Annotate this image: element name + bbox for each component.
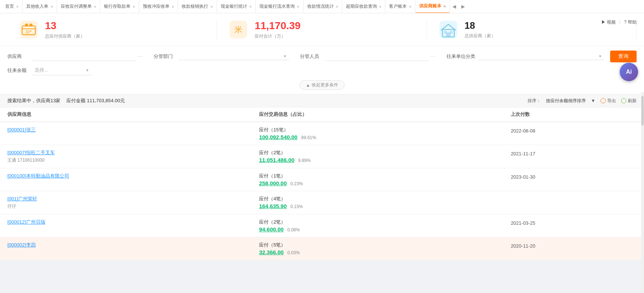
person-filter-label: 分管人员 xyxy=(300,53,322,60)
supplier-link-3[interactable]: [001]广州荣轩 xyxy=(7,196,37,201)
total-payable-label: 应付合计（万） xyxy=(255,33,301,39)
person-filter-more[interactable]: ··· xyxy=(430,53,435,60)
supplier-sub-3: 仔仔 xyxy=(7,203,259,210)
close-tab-ar-ap-adjust[interactable]: × xyxy=(94,4,96,9)
close-tab-supplier-ledger[interactable]: × xyxy=(444,4,446,8)
tx-amount-2[interactable]: 258,000.00 xyxy=(259,180,287,186)
close-tab-bank-deposit[interactable]: × xyxy=(133,4,135,9)
table-row: [000001]张三 应付（15笔） 100,092,540.00 89.61%… xyxy=(0,122,644,145)
close-tab-cash-bank-stat[interactable]: × xyxy=(249,4,252,9)
card-content-total-supplier: 18 总供应商（家） xyxy=(465,20,496,39)
tx-percent-0: 89.61% xyxy=(301,135,316,140)
category-filter-select[interactable]: ▼ xyxy=(478,53,604,60)
person-filter-input[interactable] xyxy=(325,52,429,61)
nav-tab-other-income[interactable]: 其他收入单 × xyxy=(22,0,57,13)
payable-supplier-label: 总应付供应商（家） xyxy=(45,33,85,39)
dept-filter-label: 分管部门 xyxy=(154,53,176,60)
help-link[interactable]: ? 帮助 xyxy=(624,19,637,25)
export-button[interactable]: 导出 xyxy=(601,98,616,104)
tx-amount-0[interactable]: 100,092,540.00 xyxy=(259,134,297,140)
transaction-info-2: 应付（1笔） 258,000.00 0.23% xyxy=(259,173,511,186)
close-tab-customer-ledger[interactable]: × xyxy=(409,4,411,9)
supplier-info-4: [000012]广州贝瑞 xyxy=(7,219,259,225)
nav-tab-ar-ap-adjust[interactable]: 应收应付调整单 × xyxy=(57,0,100,13)
tx-percent-3: 0.15% xyxy=(290,204,303,209)
nav-tab-supplier-ledger[interactable]: 供应商账本 × xyxy=(416,0,450,13)
sort-label: 排序： xyxy=(528,98,541,104)
balance-dropdown-arrow: ▼ xyxy=(85,68,89,72)
nav-tab-payment-stat[interactable]: 收款情况统计 × xyxy=(304,0,342,13)
total-supplier-icon xyxy=(438,19,459,40)
tx-label-2: 应付（1笔） xyxy=(259,173,511,179)
close-tab-overdue-ar[interactable]: × xyxy=(379,4,381,9)
help-icon: ? xyxy=(624,20,627,25)
supplier-sub-1: 王通 17106110000 xyxy=(7,157,259,163)
top-navigation: 首页 × 其他收入单 × 应收应付调整单 × 银行存取款单 × 预收冲应收单 ×… xyxy=(0,0,644,13)
refresh-button[interactable]: 刷新 xyxy=(621,98,637,104)
close-tab-payment-verify[interactable]: × xyxy=(210,4,213,9)
balance-filter-select[interactable]: 选择... ▼ xyxy=(32,65,91,75)
tx-percent-5: 0.03% xyxy=(287,250,300,255)
nav-scroll-left[interactable]: ◀ xyxy=(450,0,459,13)
total-supplier-count: 18 xyxy=(465,20,496,31)
tx-amount-5[interactable]: 32,366.00 xyxy=(259,249,284,255)
tx-label-1: 应付（2笔） xyxy=(259,149,511,156)
close-tab-payment-stat[interactable]: × xyxy=(336,4,338,9)
summary-card-total-payable: 米 11,170.39 应付合计（万） xyxy=(217,19,427,40)
result-summary: 搜索结果中，供应商13家 应付金额 111,703,854.00元 xyxy=(7,97,125,104)
nav-tab-home[interactable]: 首页 × xyxy=(1,0,22,13)
separator: | xyxy=(619,19,620,25)
nav-tab-cash-bank-stat[interactable]: 现金银行统计 × xyxy=(217,0,256,13)
nav-tab-bank-deposit[interactable]: 银行存取款单 × xyxy=(100,0,139,13)
dept-filter-select[interactable]: ▼ xyxy=(179,53,289,60)
supplier-filter-input[interactable] xyxy=(32,52,136,61)
nav-tab-cash-bank-flow[interactable]: 现金银行流水查询 × xyxy=(256,0,303,13)
filter-area: 供应商 ··· 分管部门 ▼ 分管人员 ··· 往来单位分类 ▼ 查询 xyxy=(0,46,644,94)
tx-amount-3[interactable]: 164,635.90 xyxy=(259,203,287,209)
transaction-info-4: 应付（2笔） 94,600.00 0.08% xyxy=(259,219,511,232)
scrollbar[interactable] xyxy=(641,92,644,260)
supplier-link-5[interactable]: [000002]李四 xyxy=(7,242,36,248)
supplier-link-1[interactable]: [000007]恒旺二手叉车 xyxy=(7,150,55,155)
nav-tab-overdue-ar[interactable]: 超期应收款查询 × xyxy=(342,0,385,13)
total-payable-amount: 11,170.39 xyxy=(255,20,301,32)
tx-label-4: 应付（2笔） xyxy=(259,219,511,225)
nav-scroll-right[interactable]: ▶ xyxy=(459,0,468,13)
supplier-info-1: [000007]恒旺二手叉车 王通 17106110000 xyxy=(7,149,259,163)
supplier-link-0[interactable]: [000001]张三 xyxy=(7,127,36,132)
card-content-payable: 13 总应付供应商（家） xyxy=(45,20,85,40)
close-tab-cash-bank-flow[interactable]: × xyxy=(297,4,299,9)
video-link[interactable]: ▶ 视频 xyxy=(601,19,616,25)
video-icon: ▶ xyxy=(601,20,606,25)
nav-tab-customer-ledger[interactable]: 客户账本 × xyxy=(385,0,415,13)
collapse-button[interactable]: ▲ 收起更多条件 xyxy=(300,80,344,90)
tx-label-5: 应付（5笔） xyxy=(259,242,511,248)
tx-label-3: 应付（4笔） xyxy=(259,196,511,202)
svg-rect-12 xyxy=(444,31,447,34)
supplier-link-2[interactable]: [000100]本特勤油品有限公司 xyxy=(7,173,69,179)
ai-assistant-button[interactable]: Ai xyxy=(620,63,638,81)
category-filter-label: 往来单位分类 xyxy=(447,53,475,60)
close-tab-other-income[interactable]: × xyxy=(50,4,53,9)
close-tab-home[interactable]: × xyxy=(16,4,18,9)
result-header: 搜索结果中，供应商13家 应付金额 111,703,854.00元 排序： 按应… xyxy=(0,94,644,107)
query-button[interactable]: 查询 xyxy=(610,51,637,62)
tx-percent-2: 0.23% xyxy=(290,181,303,186)
summary-bar: 13 总应付供应商（家） 米 11,170.39 应付合计（万） xyxy=(0,13,644,46)
close-tab-prepay-offset[interactable]: × xyxy=(172,4,174,9)
summary-card-supplier-payable: 13 总应付供应商（家） xyxy=(7,19,217,40)
nav-tab-payment-verify[interactable]: 收款核销执行 × xyxy=(178,0,217,13)
nav-tab-prepay-offset[interactable]: 预收冲应收单 × xyxy=(139,0,178,13)
table-header: 供应商信息 应付交易信息（占比） 上次付数 xyxy=(0,107,644,122)
col-header-last-payment: 上次付数 xyxy=(511,111,637,118)
supplier-link-4[interactable]: [000012]广州贝瑞 xyxy=(7,219,45,225)
sort-value[interactable]: 按应付余额倒序排序 xyxy=(546,98,586,104)
sort-arrow-icon: ▼ xyxy=(591,98,595,103)
scroll-thumb[interactable] xyxy=(641,96,644,125)
tx-amount-4[interactable]: 94,600.00 xyxy=(259,226,284,232)
table-row: [000002]李四 应付（5笔） 32,366.00 0.03% 2020-1… xyxy=(0,237,644,260)
last-payment-5: 2020-11-20 xyxy=(511,242,637,249)
supplier-filter-more[interactable]: ··· xyxy=(138,53,143,60)
tx-amount-1[interactable]: 11,051,486.00 xyxy=(259,157,294,163)
category-filter: 往来单位分类 ▼ xyxy=(447,53,604,60)
